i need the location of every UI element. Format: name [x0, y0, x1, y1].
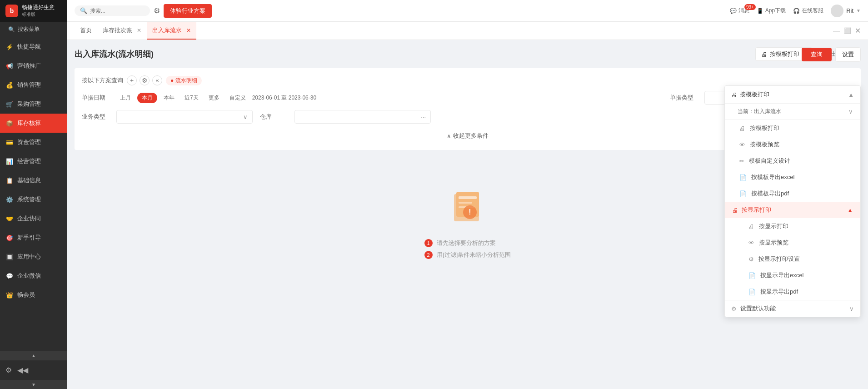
tip-num-2: 2 [424, 251, 433, 259]
tab-home[interactable]: 首页 [75, 22, 97, 40]
date-btn-current-month[interactable]: 本月 [137, 93, 157, 103]
dropdown-collapse-icon[interactable]: ▲ [848, 91, 854, 98]
sidebar-item-enterprise[interactable]: 🤝 企业协同 [0, 209, 67, 228]
dropdown-item-template-export-excel[interactable]: 📄 按模板导出excel [725, 169, 860, 185]
nav-label-finance: 资金管理 [17, 138, 41, 146]
dropdown-item-template-export-pdf[interactable]: 📄 按模板导出pdf [725, 185, 860, 202]
nav-icon-inventory: 📦 [5, 119, 14, 127]
app-version: 标准版 [22, 11, 55, 18]
top-bar-left: 🔍 ⚙ 体验行业方案 [75, 4, 726, 18]
sidebar-item-basic[interactable]: 📋 基础信息 [0, 171, 67, 190]
tab-batch[interactable]: 库存批次账 ✕ [97, 22, 147, 40]
trial-btn[interactable]: 体验行业方案 [164, 4, 212, 18]
sidebar-item-purchase[interactable]: 🛒 采购管理 [0, 95, 67, 114]
collapse-more-btn[interactable]: ∧ 收起更多条件 [444, 129, 491, 143]
sidebar-item-finance[interactable]: 💳 资金管理 [0, 133, 67, 152]
dropdown-item-display-settings[interactable]: ⚙ 按显示打印设置 [734, 251, 860, 267]
current-template-label: 当前：出入库流水 [738, 108, 781, 115]
tab-flow-close[interactable]: ✕ [186, 27, 191, 34]
sidebar-item-quick-nav[interactable]: ⚡ 快捷导航 [0, 37, 67, 56]
settings-icon[interactable]: ⚙ [5, 366, 12, 374]
dropdown-item-template-print[interactable]: 🖨 按模板打印 [725, 120, 860, 136]
dropdown-current-template[interactable]: 当前：出入库流水 ∨ [725, 104, 860, 120]
dropdown-display-items: 🖨 按显示打印 👁 按显示预览 ⚙ 按显示打印设置 📄 按显示导出excel [725, 218, 860, 300]
nav-label-system: 系统管理 [17, 195, 41, 204]
sidebar-item-guide[interactable]: 🎯 新手引导 [0, 228, 67, 247]
settings-default-icon: ⚙ [731, 305, 737, 312]
app-name: 畅捷通好生意 [22, 4, 55, 11]
sidebar-item-system[interactable]: ⚙️ 系统管理 [0, 190, 67, 209]
nav-icon-finance: 💳 [5, 138, 14, 146]
dropdown-item-template-preview[interactable]: 👁 按模板预览 [725, 136, 860, 153]
window-maximize[interactable]: ⬜ [844, 27, 851, 34]
user-name: Rit [846, 7, 853, 14]
online-service-btn[interactable]: 🎧 在线客服 [793, 7, 823, 15]
biz-type-label: 业务类型 [82, 113, 109, 121]
doc-type-label: 单据类型 [670, 94, 697, 102]
search-input-wrap[interactable]: 🔍 [75, 5, 150, 16]
settings-btn[interactable]: 设置 [835, 47, 861, 62]
dropdown-title: 🖨 按模板打印 [731, 90, 769, 99]
tab-batch-close[interactable]: ✕ [137, 27, 141, 34]
query-btn[interactable]: 查询 [802, 48, 832, 61]
sidebar-item-operation[interactable]: 📊 经营管理 [0, 152, 67, 171]
sidebar-scroll-up[interactable]: ▲ [0, 351, 67, 360]
warehouse-label: 仓库 [260, 113, 287, 121]
dropdown-panel: 🖨 按模板打印 ▲ 当前：出入库流水 ∨ 🖨 [724, 85, 861, 317]
nav-icon-sales: 💰 [5, 81, 14, 89]
nav-icon-vip: 👑 [5, 291, 14, 299]
collapse-icon[interactable]: ◀◀ [17, 366, 28, 374]
design-icon: ✏ [739, 158, 744, 165]
chevron-down-icon: ▼ [856, 8, 861, 13]
user-avatar [831, 5, 843, 17]
tab-flow-label: 出入库流水 [152, 26, 182, 35]
sidebar-item-vip[interactable]: 👑 畅会员 [0, 285, 67, 304]
collapse-btn-label: 收起更多条件 [453, 132, 489, 140]
nav-label-inventory: 库存核算 [17, 119, 41, 127]
sidebar-item-marketing[interactable]: 📢 营销推广 [0, 56, 67, 75]
nav-icon-guide: 🎯 [5, 234, 14, 242]
search-input[interactable] [90, 8, 145, 14]
sidebar-bottom: ⚙ ◀◀ [0, 360, 67, 380]
dropdown-item-display-export-excel[interactable]: 📄 按显示导出excel [734, 267, 860, 284]
message-btn[interactable]: 💬 消息 99+ [730, 7, 749, 15]
tab-flow[interactable]: 出入库流水 ✕ [147, 22, 196, 40]
footer-arrow: ∨ [849, 305, 854, 312]
sidebar-item-sales[interactable]: 💰 销售管理 [0, 75, 67, 95]
svg-rect-2 [459, 196, 477, 199]
filter-settings-btn[interactable]: ⚙ [140, 75, 150, 85]
sidebar-search[interactable]: 🔍 搜索菜单 [0, 22, 67, 37]
filter-add-btn[interactable]: + [127, 75, 137, 85]
dropdown-item-display-print[interactable]: 🖨 按显示打印 [734, 218, 860, 234]
message-badge: 99+ [744, 4, 756, 10]
date-btn-last7[interactable]: 近7天 [181, 93, 202, 103]
window-close[interactable]: ✕ [855, 26, 861, 35]
date-btn-custom[interactable]: 自定义 [226, 93, 249, 103]
sidebar-scroll-down[interactable]: ▼ [0, 380, 67, 389]
date-btn-current-year[interactable]: 本年 [160, 93, 178, 103]
dropdown-item-display-export-pdf[interactable]: 📄 按显示导出pdf [734, 284, 860, 300]
date-btn-last-month[interactable]: 上月 [116, 93, 135, 103]
preview-icon: 👁 [739, 141, 745, 148]
filter-tag-icon: ● [170, 77, 174, 84]
app-download-btn[interactable]: 📱 App下载 [757, 7, 786, 15]
gear-icon[interactable]: ⚙ [154, 6, 160, 15]
warehouse-input[interactable]: ··· [294, 110, 431, 124]
dropdown-footer[interactable]: ⚙ 设置默认功能 ∨ [725, 300, 860, 317]
filter-collapse-btn[interactable]: « [152, 75, 162, 85]
dropdown-item-template-custom[interactable]: ✏ 模板自定义设计 [725, 153, 860, 169]
biz-type-select[interactable]: ∨ [116, 110, 253, 124]
nav-label-guide: 新手引导 [17, 234, 41, 242]
user-menu[interactable]: Rit ▼ [831, 5, 861, 17]
main-area: 🔍 ⚙ 体验行业方案 💬 消息 99+ 📱 App下载 🎧 在 [67, 0, 868, 389]
date-btn-more[interactable]: 更多 [205, 93, 223, 103]
display-preview-icon: 👁 [748, 239, 754, 246]
display-print-sub-icon: 🖨 [748, 223, 754, 230]
window-minimize[interactable]: — [833, 27, 840, 35]
sidebar-item-wechat[interactable]: 💬 企业微信 [0, 266, 67, 285]
dropdown-display-section-header[interactable]: 🖨 按显示打印 ▲ [725, 202, 860, 218]
dropdown-item-display-preview[interactable]: 👁 按显示预览 [734, 234, 860, 251]
sidebar-item-appstore[interactable]: 🔲 应用中心 [0, 247, 67, 266]
nav-label-sales: 销售管理 [17, 81, 41, 89]
sidebar-item-inventory[interactable]: 📦 库存核算 [0, 114, 67, 133]
